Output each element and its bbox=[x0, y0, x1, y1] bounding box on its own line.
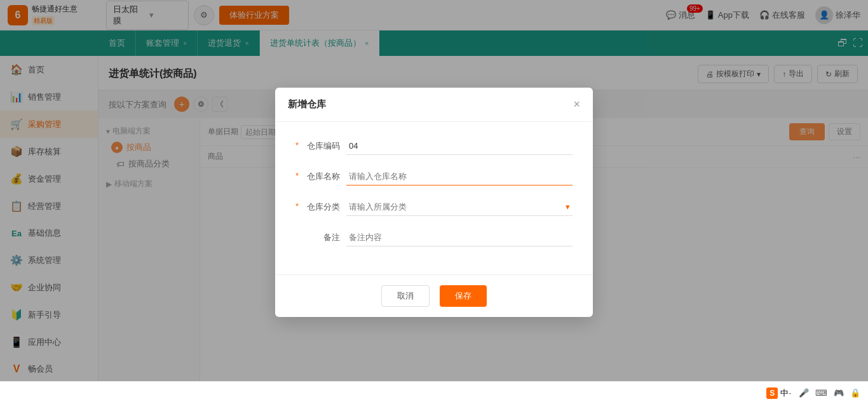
modal-footer: 取消 保存 bbox=[275, 274, 593, 317]
remark-label: 备注 bbox=[295, 232, 346, 243]
bottom-label: 中· bbox=[780, 387, 791, 399]
add-warehouse-modal: 新增仓库 × 仓库编码 仓库名称 仓库分类 ▾ bbox=[275, 88, 593, 317]
close-icon[interactable]: × bbox=[573, 98, 580, 111]
keyboard-icon[interactable]: ⌨ bbox=[815, 388, 827, 398]
code-input[interactable] bbox=[346, 137, 573, 155]
name-label: 仓库名称 bbox=[295, 171, 346, 182]
bottom-s-logo: S bbox=[766, 387, 778, 399]
category-row: 仓库分类 ▾ bbox=[295, 198, 573, 216]
name-input[interactable] bbox=[346, 168, 573, 185]
code-label: 仓库编码 bbox=[295, 140, 346, 152]
modal-header: 新增仓库 × bbox=[275, 88, 593, 122]
modal-body: 仓库编码 仓库名称 仓库分类 ▾ 备注 bbox=[275, 122, 593, 274]
category-select-wrap[interactable]: ▾ bbox=[346, 198, 573, 216]
bottom-logo: S 中· bbox=[766, 387, 791, 399]
category-label: 仓库分类 bbox=[295, 201, 346, 213]
remark-row: 备注 bbox=[295, 229, 573, 246]
category-arrow-icon: ▾ bbox=[566, 202, 570, 212]
name-row: 仓库名称 bbox=[295, 168, 573, 185]
save-button[interactable]: 保存 bbox=[440, 285, 487, 307]
cancel-button[interactable]: 取消 bbox=[381, 285, 430, 307]
game-icon[interactable]: 🎮 bbox=[834, 388, 844, 398]
lock-icon[interactable]: 🔒 bbox=[850, 388, 860, 398]
code-row: 仓库编码 bbox=[295, 137, 573, 155]
modal-overlay: 新增仓库 × 仓库编码 仓库名称 仓库分类 ▾ bbox=[0, 0, 868, 404]
bottom-icons: 🎤 ⌨ 🎮 🔒 bbox=[799, 388, 860, 398]
category-input[interactable] bbox=[349, 202, 566, 212]
microphone-icon[interactable]: 🎤 bbox=[799, 388, 809, 398]
bottom-bar: S 中· 🎤 ⌨ 🎮 🔒 bbox=[0, 381, 868, 404]
modal-title: 新增仓库 bbox=[288, 98, 326, 111]
remark-input[interactable] bbox=[346, 229, 573, 246]
